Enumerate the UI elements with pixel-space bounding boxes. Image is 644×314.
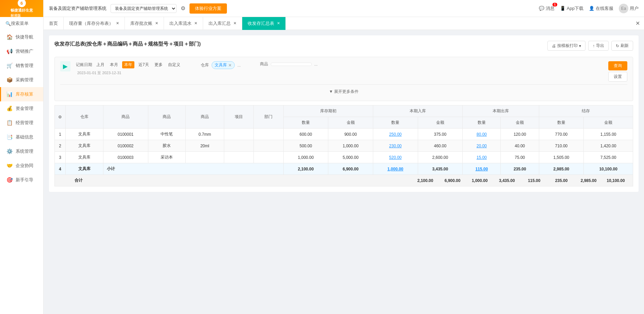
- filter-arrow-btn[interactable]: ▶: [60, 61, 70, 71]
- system-title: 装备及固定资产辅助管理系统: [49, 5, 106, 12]
- sidebar-item-operations[interactable]: 📋 经营管理: [0, 116, 43, 130]
- tab-batch[interactable]: 库存批次账 ✕: [125, 17, 164, 30]
- tab-home[interactable]: 首页: [44, 17, 64, 30]
- cell-out-amt: 120.00: [501, 129, 539, 140]
- cell-in-qty[interactable]: 250.00: [373, 129, 418, 140]
- cell-goods-code: 0100003: [103, 152, 148, 163]
- message-badge[interactable]: 💬 6 消息: [539, 5, 555, 12]
- cell-opening-qty: 500.00: [283, 140, 328, 152]
- tab-inout-flow[interactable]: 出入库流水 ✕: [164, 17, 203, 30]
- subtotal-opening-amt: 6,900.00: [328, 163, 373, 175]
- service-icon: 👤: [589, 6, 594, 11]
- sidebar-item-sales[interactable]: 🛒 销售管理: [0, 59, 43, 73]
- sidebar-item-purchase[interactable]: 📦 采购管理: [0, 73, 43, 87]
- date-btn-more[interactable]: 更多: [153, 61, 164, 68]
- tab-close-batch[interactable]: ✕: [155, 21, 158, 26]
- print-button[interactable]: 🖨 按模板打印 ▾: [547, 41, 585, 51]
- cell-goods-name: 中性笔: [148, 129, 186, 140]
- cooperation-icon: 🤝: [6, 163, 13, 169]
- filter-row-main: ▶ 记账日期 上月 本月 本年 近7天 更多 自定义 2023-01-01 至 …: [60, 61, 627, 82]
- cell-opening-amt: 1,000.00: [328, 140, 373, 152]
- sidebar-item-guide[interactable]: 🎯 新手引导: [0, 173, 43, 187]
- goods-dots[interactable]: ...: [314, 62, 318, 67]
- data-table: ⚙ 仓库 商品 商品 商品 项目 部门 库存期初 本期入库 本期出库 结存 数量…: [54, 105, 633, 175]
- table-row: 3 文具库 0100003 采访本 1,000.00 5,000.00 520.…: [55, 152, 633, 163]
- date-label: 记账日期: [76, 62, 92, 68]
- tab-stock-dist[interactable]: 现存量（库存分布表） ✕: [64, 17, 125, 30]
- cell-goods-spec: [186, 152, 224, 163]
- date-btn-custom[interactable]: 自定义: [167, 61, 182, 68]
- cell-goods-name: 采访本: [148, 152, 186, 163]
- th-group-out: 本期出库: [463, 105, 539, 117]
- date-btn-this-month[interactable]: 本月: [109, 61, 119, 68]
- tab-close-inout-flow[interactable]: ✕: [194, 21, 197, 26]
- sidebar-item-quick-nav[interactable]: 🏠 快捷导航: [0, 30, 43, 44]
- cell-goods-code: 0100001: [103, 129, 148, 140]
- cell-in-amt: 460.00: [418, 140, 463, 152]
- goods-input[interactable]: [271, 63, 312, 66]
- total-in-qty: 1,000.00: [466, 178, 493, 183]
- th-settings[interactable]: ⚙: [55, 105, 66, 129]
- cell-warehouse: 文具库: [66, 140, 103, 152]
- gear-icon[interactable]: ⚙: [181, 5, 185, 12]
- system-selector[interactable]: 装备及固定资产辅助管理系统: [111, 4, 177, 13]
- th-opening-qty: 数量: [283, 117, 328, 129]
- cell-out-qty[interactable]: 20.00: [463, 140, 501, 152]
- content-card: 收发存汇总表(按仓库＋商品编码＋商品＋规格型号＋项目＋部门) 🖨 按模板打印 ▾…: [49, 35, 639, 192]
- app-download[interactable]: 📱 App下载: [560, 5, 583, 12]
- cell-out-amt: 75.00: [501, 152, 539, 163]
- main-content: 收发存汇总表(按仓库＋商品编码＋商品＋规格型号＋项目＋部门) 🖨 按模板打印 ▾…: [44, 30, 644, 314]
- warehouse-dots[interactable]: ...: [237, 63, 241, 68]
- date-btn-7days[interactable]: 近7天: [137, 61, 150, 68]
- cell-opening-qty: 600.00: [283, 129, 328, 140]
- topbar-right: 💬 6 消息 📱 App下载 👤 在线客服 Ea 用户: [539, 4, 639, 13]
- tab-close-inout-summary[interactable]: ✕: [233, 21, 236, 26]
- inventory-icon: 📊: [6, 91, 13, 97]
- sidebar-item-cooperation[interactable]: 🤝 企业协同: [0, 159, 43, 173]
- date-btn-last-month[interactable]: 上月: [95, 61, 106, 68]
- tab-close-stock-dist[interactable]: ✕: [116, 21, 119, 26]
- online-service[interactable]: 👤 在线客服: [589, 5, 613, 12]
- refresh-button[interactable]: ↻ 刷新: [611, 41, 633, 51]
- tab-close-recv-send[interactable]: ✕: [277, 21, 280, 26]
- expand-button[interactable]: ▼ 展开更多条件: [60, 87, 627, 97]
- phone-icon: 📱: [560, 6, 565, 11]
- cell-warehouse: 文具库: [66, 129, 103, 140]
- query-button[interactable]: 查询: [608, 61, 627, 70]
- sidebar-item-marketing[interactable]: 📢 营销推广: [0, 44, 43, 59]
- user-area[interactable]: Ea 用户: [619, 4, 639, 13]
- experience-button[interactable]: 体验行业方案: [189, 3, 227, 14]
- sidebar-item-search[interactable]: 🔍 搜索菜单: [0, 17, 43, 30]
- sidebar-item-inventory[interactable]: 📊 库存核算: [0, 87, 43, 101]
- total-in-amt: 3,435.00: [493, 178, 521, 183]
- sidebar-item-basic-info[interactable]: 📑 基础信息: [0, 130, 43, 144]
- date-btn-this-year[interactable]: 本年: [122, 61, 134, 68]
- subtotal-out-qty: 115.00: [463, 163, 501, 175]
- cell-department: [254, 152, 284, 163]
- cell-project: [224, 129, 254, 140]
- tab-recv-send-summary[interactable]: 收发存汇总表 ✕: [242, 17, 286, 30]
- cell-goods-spec: 20ml: [186, 140, 224, 152]
- remove-warehouse-tag[interactable]: ✕: [228, 63, 232, 68]
- cell-in-qty[interactable]: 520.00: [373, 152, 418, 163]
- cell-out-qty[interactable]: 15.00: [463, 152, 501, 163]
- tab-close-all[interactable]: ✕: [631, 20, 644, 27]
- cell-in-qty[interactable]: 230.00: [373, 140, 418, 152]
- date-filter-row: 记账日期 上月 本月 本年 近7天 更多 自定义: [76, 61, 182, 68]
- cell-out-amt: 40.00: [501, 140, 539, 152]
- cell-out-qty[interactable]: 80.00: [463, 129, 501, 140]
- expand-row: ▼ 展开更多条件: [60, 84, 627, 97]
- th-closing-amt: 金额: [584, 117, 633, 129]
- export-button[interactable]: ↑ 导出: [588, 41, 609, 51]
- tab-inout-summary[interactable]: 出入库汇总 ✕: [203, 17, 242, 30]
- settings-button[interactable]: 设置: [608, 72, 627, 82]
- total-closing-amt: 10,100.00: [602, 178, 629, 183]
- cell-seq: 1: [55, 129, 66, 140]
- tabs-bar: 首页 现存量（库存分布表） ✕ 库存批次账 ✕ 出入库流水 ✕ 出入库汇总 ✕ …: [44, 17, 644, 30]
- topbar: 装备及固定资产辅助管理系统 装备及固定资产辅助管理系统 ⚙ 体验行业方案 💬 6…: [44, 0, 644, 17]
- subtotal-closing-qty: 2,985.00: [539, 163, 584, 175]
- topbar-left: 装备及固定资产辅助管理系统 装备及固定资产辅助管理系统 ⚙ 体验行业方案: [49, 3, 227, 14]
- sidebar-item-system[interactable]: ⚙️ 系统管理: [0, 144, 43, 159]
- sidebar-item-finance[interactable]: 💰 资金管理: [0, 101, 43, 116]
- query-area: 查询 设置: [608, 61, 627, 82]
